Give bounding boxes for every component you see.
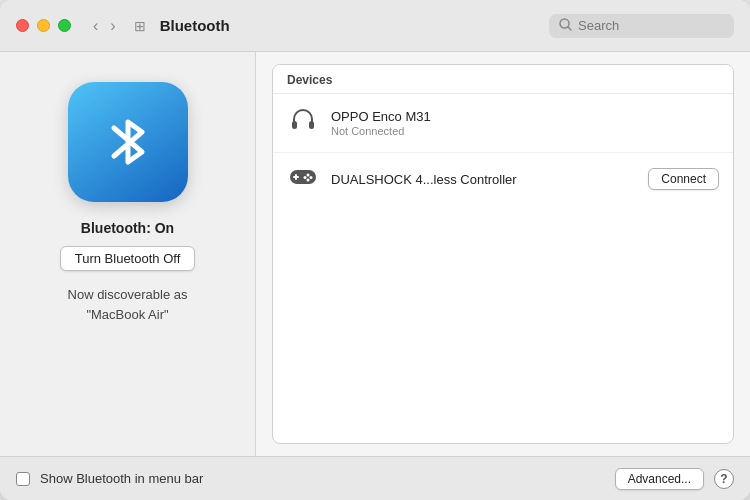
device-name: DUALSHOCK 4...less Controller bbox=[331, 172, 636, 187]
svg-line-1 bbox=[568, 26, 571, 29]
traffic-lights bbox=[16, 19, 71, 32]
device-row: OPPO Enco M31 Not Connected bbox=[273, 94, 733, 153]
bluetooth-status: Bluetooth: On bbox=[81, 220, 174, 236]
main-content: Bluetooth: On Turn Bluetooth Off Now dis… bbox=[0, 52, 750, 456]
svg-rect-6 bbox=[293, 176, 299, 178]
toggle-bluetooth-button[interactable]: Turn Bluetooth Off bbox=[60, 246, 196, 271]
back-button[interactable]: ‹ bbox=[89, 16, 102, 36]
svg-point-9 bbox=[304, 176, 307, 179]
device-info: DUALSHOCK 4...less Controller bbox=[331, 172, 636, 187]
forward-button[interactable]: › bbox=[106, 16, 119, 36]
search-input[interactable] bbox=[578, 18, 724, 33]
svg-rect-3 bbox=[309, 121, 314, 129]
bluetooth-symbol-icon bbox=[94, 108, 162, 176]
device-status: Not Connected bbox=[331, 125, 719, 137]
svg-point-10 bbox=[307, 179, 310, 182]
show-in-menu-bar-label: Show Bluetooth in menu bar bbox=[40, 471, 605, 486]
main-window: ‹ › ⊞ Bluetooth B bbox=[0, 0, 750, 500]
advanced-button[interactable]: Advanced... bbox=[615, 468, 704, 490]
bluetooth-icon-wrapper bbox=[68, 82, 188, 202]
close-button[interactable] bbox=[16, 19, 29, 32]
discoverable-text: Now discoverable as "MacBook Air" bbox=[68, 285, 188, 324]
headphones-icon bbox=[287, 106, 319, 140]
titlebar: ‹ › ⊞ Bluetooth bbox=[0, 0, 750, 52]
right-panel: Devices OPPO Enco M31 Not Connected bbox=[255, 52, 750, 456]
help-button[interactable]: ? bbox=[714, 469, 734, 489]
svg-point-7 bbox=[307, 174, 310, 177]
minimize-button[interactable] bbox=[37, 19, 50, 32]
search-bar[interactable] bbox=[549, 14, 734, 38]
device-info: OPPO Enco M31 Not Connected bbox=[331, 109, 719, 137]
gamepad-icon bbox=[287, 165, 319, 193]
connect-button[interactable]: Connect bbox=[648, 168, 719, 190]
devices-header: Devices bbox=[273, 65, 733, 94]
maximize-button[interactable] bbox=[58, 19, 71, 32]
device-name: OPPO Enco M31 bbox=[331, 109, 719, 124]
show-in-menu-bar-checkbox[interactable] bbox=[16, 472, 30, 486]
svg-point-8 bbox=[310, 176, 313, 179]
devices-section: Devices OPPO Enco M31 Not Connected bbox=[272, 64, 734, 444]
device-row: DUALSHOCK 4...less Controller Connect bbox=[273, 153, 733, 205]
bottom-bar: Show Bluetooth in menu bar Advanced... ? bbox=[0, 456, 750, 500]
window-title: Bluetooth bbox=[160, 17, 537, 34]
left-panel: Bluetooth: On Turn Bluetooth Off Now dis… bbox=[0, 52, 255, 456]
search-icon bbox=[559, 18, 572, 34]
grid-icon[interactable]: ⊞ bbox=[134, 18, 146, 34]
nav-arrows: ‹ › bbox=[89, 16, 120, 36]
svg-rect-2 bbox=[292, 121, 297, 129]
